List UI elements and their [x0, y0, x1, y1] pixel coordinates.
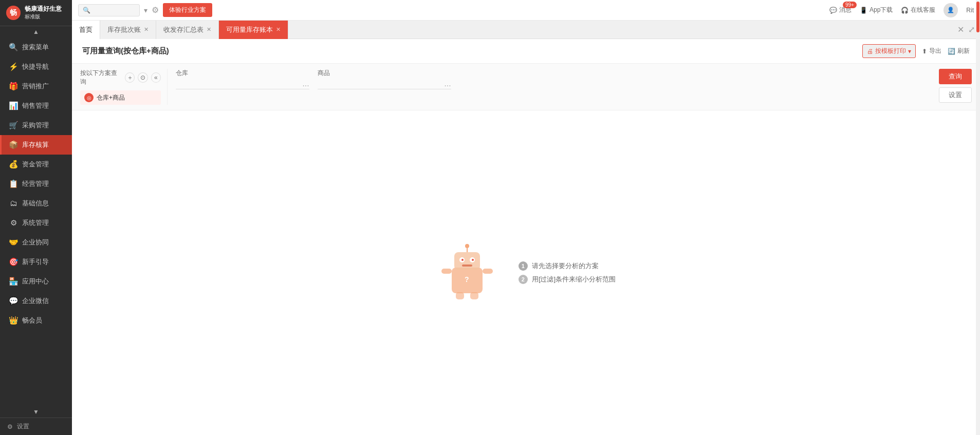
refresh-label: 刷新	[957, 47, 970, 55]
query-button[interactable]: 查询	[939, 69, 972, 84]
sidebar-item-search[interactable]: 🔍 搜索菜单	[0, 37, 72, 57]
page-title: 可用量查询(按仓库+商品)	[82, 46, 169, 56]
topbar-gear-icon[interactable]: ⚙	[152, 5, 159, 15]
industry-button[interactable]: 体验行业方案	[163, 3, 212, 17]
scheme-item-warehouse-product[interactable]: ◎ 仓库+商品	[80, 90, 161, 105]
sidebar-item-apps[interactable]: 🏪 应用中心	[0, 272, 72, 291]
sidebar-item-sales[interactable]: 📊 销售管理	[0, 96, 72, 116]
svg-rect-8	[462, 264, 472, 267]
main-content: 🔍 ▾ ⚙ 体验行业方案 💬 消息 99+ 📱 App下载 🎧 在线客服 👤 R…	[72, 0, 980, 435]
sidebar-item-search-label: 搜索菜单	[22, 43, 49, 52]
empty-hint-2: 2 用[过滤]条件来缩小分析范围	[519, 275, 616, 284]
sidebar-item-system-label: 系统管理	[22, 218, 49, 228]
operation-icon: 📋	[9, 179, 18, 188]
marketing-icon: 🎁	[9, 82, 18, 91]
sidebar-item-guide-label: 新手引导	[22, 257, 49, 267]
sidebar-settings[interactable]: ⚙ 设置	[0, 418, 72, 435]
sidebar-item-basic[interactable]: 🗂 基础信息	[0, 194, 72, 213]
sidebar-item-operation[interactable]: 📋 经营管理	[0, 174, 72, 194]
svg-rect-1	[454, 252, 480, 270]
sidebar-item-finance-label: 资金管理	[22, 160, 49, 169]
tab-available[interactable]: 可用量库存账本 ✕	[219, 21, 288, 39]
message-icon: 💬	[829, 7, 837, 14]
sidebar-item-wechat[interactable]: 💬 企业微信	[0, 291, 72, 311]
print-dropdown-icon[interactable]: ▾	[908, 48, 911, 55]
print-button[interactable]: 🖨 按模板打印 ▾	[862, 44, 916, 58]
sidebar-scroll-up[interactable]: ▲	[0, 26, 72, 37]
sidebar-item-wechat-label: 企业微信	[22, 296, 49, 306]
tabs-expand-icon[interactable]: ⤢	[968, 25, 975, 34]
sidebar-item-inventory[interactable]: 📦 库存核算	[0, 135, 72, 155]
guide-icon: 🎯	[9, 257, 18, 267]
sidebar-scroll-down[interactable]: ▼	[0, 406, 72, 418]
service-icon: 🎧	[901, 7, 909, 14]
topbar-search[interactable]: 🔍	[78, 4, 140, 16]
phone-icon: 📱	[860, 7, 867, 14]
print-label: 按模板打印	[875, 47, 906, 55]
scheme-name: 仓库+商品	[97, 93, 125, 102]
inventory-icon: 📦	[9, 140, 18, 149]
sidebar-item-member[interactable]: 👑 畅会员	[0, 311, 72, 330]
username-label: Rit	[966, 7, 974, 14]
warehouse-more-icon[interactable]: …	[302, 80, 309, 88]
refresh-button[interactable]: 🔄 刷新	[948, 47, 970, 55]
svg-point-7	[465, 244, 469, 248]
message-badge: 99+	[843, 2, 857, 8]
empty-illustration: ?	[436, 242, 498, 304]
sidebar-item-apps-label: 应用中心	[22, 277, 49, 286]
export-button[interactable]: ⬆ 导出	[922, 47, 941, 55]
product-input[interactable]	[318, 80, 444, 87]
sidebar-item-shortcut-label: 快捷导航	[22, 62, 49, 71]
svg-rect-9	[441, 269, 452, 274]
search-icon: 🔍	[83, 7, 90, 14]
online-service-button[interactable]: 🎧 在线客服	[901, 6, 935, 14]
empty-hint-1: 1 请先选择要分析的方案	[519, 261, 616, 271]
user-avatar[interactable]: 👤	[944, 3, 958, 17]
sidebar-item-system[interactable]: ⚙ 系统管理	[0, 213, 72, 233]
sidebar-item-guide[interactable]: 🎯 新手引导	[0, 252, 72, 272]
app-download-button[interactable]: 📱 App下载	[860, 6, 893, 14]
add-scheme-button[interactable]: ＋	[125, 72, 135, 83]
right-scrollbar[interactable]	[976, 0, 980, 435]
sidebar-item-purchase[interactable]: 🛒 采购管理	[0, 116, 72, 135]
hint-text-1: 请先选择要分析的方案	[532, 261, 599, 271]
tabs-close-icon[interactable]: ✕	[957, 25, 964, 34]
warehouse-input-wrap: …	[176, 80, 309, 89]
scrollbar-thumb[interactable]	[976, 2, 979, 32]
export-label: 导出	[929, 47, 941, 55]
product-label: 商品	[318, 69, 451, 78]
service-label: 在线客服	[911, 6, 935, 14]
tab-summary[interactable]: 收发存汇总表 ✕	[156, 21, 219, 39]
sidebar: 畅 畅康通好生意 标准版 ▲ 🔍 搜索菜单 ⚡ 快捷导航 🎁 营销推广 📊 销售…	[0, 0, 72, 435]
tab-available-close[interactable]: ✕	[276, 26, 281, 33]
svg-rect-11	[456, 292, 464, 299]
refresh-icon: 🔄	[948, 48, 955, 55]
product-more-icon[interactable]: …	[444, 80, 451, 88]
sidebar-item-basic-label: 基础信息	[22, 199, 49, 208]
sidebar-item-shortcut[interactable]: ⚡ 快捷导航	[0, 57, 72, 77]
product-field: 商品 …	[318, 69, 451, 89]
tab-batch[interactable]: 库存批次账 ✕	[100, 21, 156, 39]
warehouse-input[interactable]	[176, 80, 302, 87]
topbar-dropdown-icon[interactable]: ▾	[144, 6, 147, 14]
sidebar-item-member-label: 畅会员	[22, 316, 42, 325]
tab-batch-close[interactable]: ✕	[144, 26, 149, 33]
message-button[interactable]: 💬 消息 99+	[829, 6, 852, 14]
svg-rect-10	[483, 269, 493, 274]
apps-icon: 🏪	[9, 277, 18, 286]
sidebar-items: 🔍 搜索菜单 ⚡ 快捷导航 🎁 营销推广 📊 销售管理 🛒 采购管理 📦 库存核…	[0, 37, 72, 406]
app-name: 畅康通好生意	[25, 5, 62, 13]
settings-button[interactable]: 设置	[939, 87, 972, 103]
collapse-scheme-button[interactable]: «	[151, 72, 161, 83]
sidebar-item-enterprise[interactable]: 🤝 企业协同	[0, 233, 72, 252]
hint-number-1: 1	[519, 261, 528, 271]
sidebar-item-marketing[interactable]: 🎁 营销推广	[0, 77, 72, 96]
filter-schemes: 按以下方案查询 ＋ ⊙ « ◎ 仓库+商品	[80, 69, 168, 105]
settings-scheme-button[interactable]: ⊙	[138, 72, 147, 83]
sidebar-item-finance[interactable]: 💰 资金管理	[0, 155, 72, 174]
tab-summary-close[interactable]: ✕	[207, 26, 211, 33]
sidebar-item-purchase-label: 采购管理	[22, 121, 49, 130]
scheme-icon: ◎	[84, 93, 94, 102]
tab-home[interactable]: 首页	[72, 21, 100, 39]
hint-number-2: 2	[519, 275, 528, 284]
